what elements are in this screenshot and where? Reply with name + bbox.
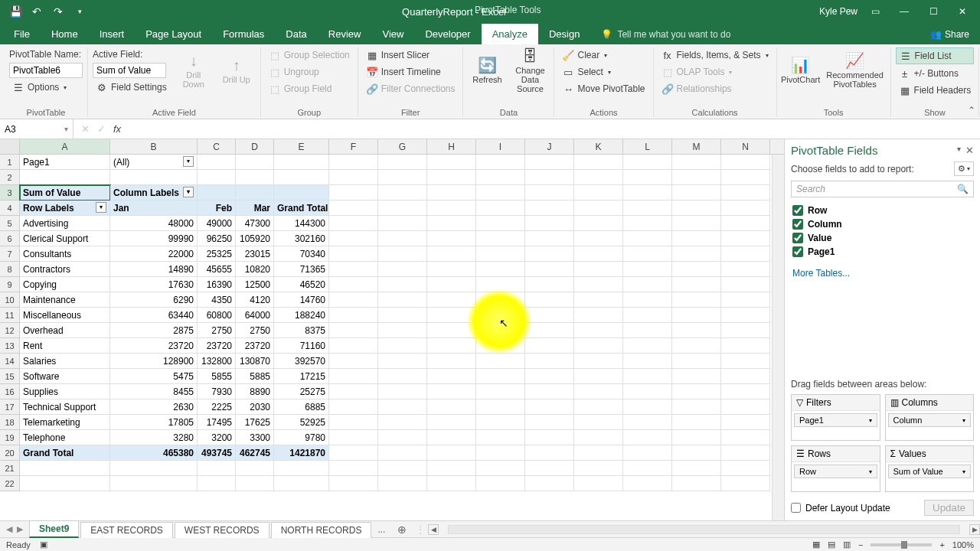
cell[interactable]	[721, 216, 770, 231]
move-pt-button[interactable]: ↔Move PivotTable	[559, 81, 648, 96]
row-header[interactable]: 9	[0, 277, 20, 292]
data-cell[interactable]: 130870	[236, 354, 274, 369]
row-header[interactable]: 4	[0, 201, 20, 216]
cell[interactable]	[623, 399, 672, 415]
row-pill[interactable]: Row▾	[794, 465, 877, 478]
cell[interactable]	[623, 216, 672, 231]
cell[interactable]	[574, 415, 623, 430]
data-cell[interactable]: 4120	[236, 292, 274, 308]
cell[interactable]	[427, 262, 476, 277]
data-cell[interactable]: 23720	[110, 338, 198, 354]
dropdown-icon[interactable]: ▾	[183, 187, 194, 197]
column-labels-cell[interactable]: Column Labels▾	[110, 185, 198, 201]
pt-name-input[interactable]	[9, 63, 83, 78]
data-cell[interactable]: 9780	[274, 430, 329, 445]
rows-area[interactable]: ☰Rows Row▾	[791, 445, 880, 492]
cell[interactable]	[427, 170, 476, 185]
cell[interactable]	[378, 461, 427, 476]
data-cell[interactable]: 12500	[236, 277, 274, 292]
row-label[interactable]: Technical Support	[20, 399, 110, 415]
data-cell[interactable]: 2030	[236, 399, 274, 415]
col-header-M[interactable]: M	[672, 139, 721, 154]
cell[interactable]	[672, 430, 721, 445]
row-label[interactable]: Maintenance	[20, 292, 110, 308]
month-jan[interactable]: Jan	[110, 201, 198, 216]
data-cell[interactable]: 7930	[198, 384, 236, 399]
cell[interactable]	[623, 277, 672, 292]
row-header[interactable]: 5	[0, 216, 20, 231]
cell[interactable]	[329, 216, 378, 231]
cell[interactable]	[476, 246, 525, 262]
col-header-A[interactable]: A	[20, 139, 110, 154]
cell[interactable]	[378, 170, 427, 185]
data-cell[interactable]: 14890	[110, 262, 198, 277]
cell[interactable]	[623, 476, 672, 491]
more-tables-link[interactable]: More Tables...	[791, 265, 974, 282]
cell[interactable]	[476, 155, 525, 170]
cell[interactable]	[721, 231, 770, 246]
cell[interactable]	[427, 384, 476, 399]
cell[interactable]	[721, 445, 770, 461]
cell[interactable]	[623, 338, 672, 354]
row-header[interactable]: 13	[0, 338, 20, 354]
cell[interactable]	[476, 201, 525, 216]
cell[interactable]	[623, 262, 672, 277]
cell[interactable]	[574, 399, 623, 415]
data-cell[interactable]: 5885	[236, 369, 274, 384]
cell[interactable]	[427, 430, 476, 445]
row-header[interactable]: 18	[0, 415, 20, 430]
cell[interactable]	[378, 415, 427, 430]
columns-area[interactable]: ▥Columns Column▾	[885, 394, 975, 441]
row-label[interactable]: Advertising	[20, 216, 110, 231]
row-label[interactable]: Consultants	[20, 246, 110, 262]
cell[interactable]	[623, 155, 672, 170]
cell[interactable]	[427, 216, 476, 231]
row-label[interactable]: Telephone	[20, 430, 110, 445]
cell[interactable]	[378, 308, 427, 323]
col-header-B[interactable]: B	[110, 139, 198, 154]
cell[interactable]	[476, 216, 525, 231]
data-cell[interactable]: 17630	[110, 277, 198, 292]
cell[interactable]	[672, 415, 721, 430]
data-cell[interactable]: 128900	[110, 354, 198, 369]
cell[interactable]	[378, 445, 427, 461]
cell[interactable]	[574, 476, 623, 491]
cell[interactable]	[574, 201, 623, 216]
sum-of-value-cell[interactable]: Sum of Value	[20, 185, 110, 201]
cell[interactable]	[672, 262, 721, 277]
data-cell[interactable]: 49000	[198, 216, 236, 231]
data-cell[interactable]: 392570	[274, 354, 329, 369]
cell[interactable]	[525, 231, 574, 246]
cell[interactable]	[378, 354, 427, 369]
cell[interactable]	[427, 155, 476, 170]
col-header-F[interactable]: F	[329, 139, 378, 154]
cell[interactable]	[623, 415, 672, 430]
sheet-nav-first-icon[interactable]: ◀	[6, 524, 12, 534]
row-label[interactable]: Salaries	[20, 354, 110, 369]
row-header[interactable]: 19	[0, 430, 20, 445]
cell[interactable]	[525, 384, 574, 399]
insert-slicer-button[interactable]: ▦Insert Slicer	[363, 47, 459, 63]
field-pane-dropdown-icon[interactable]: ▾	[957, 145, 961, 156]
col-header-E[interactable]: E	[274, 139, 329, 154]
data-cell[interactable]: 60800	[198, 308, 236, 323]
cell[interactable]	[378, 338, 427, 354]
cell[interactable]	[476, 292, 525, 308]
row-label[interactable]: Clerical Support	[20, 231, 110, 246]
cell[interactable]	[623, 201, 672, 216]
row-header[interactable]: 20	[0, 445, 20, 461]
row-header[interactable]: 1	[0, 155, 20, 170]
cell[interactable]	[721, 338, 770, 354]
row-label[interactable]: Overhead	[20, 323, 110, 338]
data-cell[interactable]: 5855	[198, 369, 236, 384]
cell[interactable]	[525, 415, 574, 430]
cell[interactable]	[198, 170, 236, 185]
cell[interactable]	[672, 155, 721, 170]
sheet-tab-sheet9[interactable]: Sheet9	[29, 520, 79, 538]
cell[interactable]	[623, 461, 672, 476]
active-field-input[interactable]	[93, 63, 166, 78]
cell[interactable]	[378, 323, 427, 338]
cell[interactable]	[623, 231, 672, 246]
change-data-button[interactable]: 🗄Change Data Source	[511, 47, 549, 93]
cell[interactable]	[378, 430, 427, 445]
